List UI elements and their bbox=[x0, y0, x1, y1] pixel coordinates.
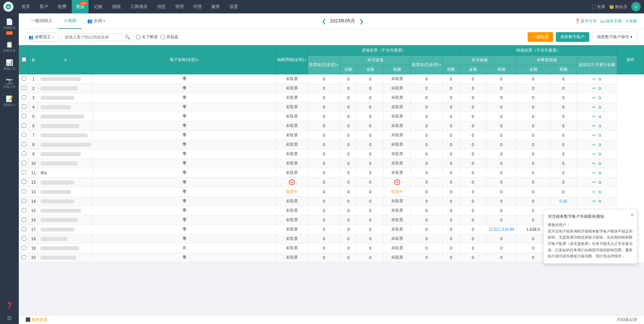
edit-icon[interactable]: ✏ bbox=[592, 199, 596, 204]
copy-icon[interactable]: ⧉ bbox=[598, 199, 601, 204]
row-client-name[interactable] bbox=[38, 215, 93, 225]
row-checkbox[interactable] bbox=[19, 121, 29, 131]
copy-icon[interactable]: ⧉ bbox=[598, 190, 601, 194]
row-checkbox-input[interactable] bbox=[22, 180, 26, 184]
nav-settings[interactable]: 设置 bbox=[225, 0, 242, 13]
row-client-name[interactable] bbox=[38, 206, 93, 215]
tax-digital-button[interactable]: 税务数字账户 bbox=[556, 32, 589, 42]
search-button[interactable]: 🔍 bbox=[122, 33, 133, 41]
copy-icon[interactable]: ⧉ bbox=[598, 180, 601, 185]
new-guide-link[interactable]: ❓ 新手引导 bbox=[575, 18, 597, 24]
nav-home[interactable]: 首页 bbox=[17, 0, 34, 13]
edit-icon[interactable]: ✏ bbox=[592, 180, 596, 185]
row-checkbox[interactable] bbox=[19, 159, 29, 168]
row-checkbox-input[interactable] bbox=[22, 142, 26, 146]
checkbox-subaccount-input[interactable] bbox=[136, 35, 141, 39]
checkbox-taxdisk-input[interactable] bbox=[161, 35, 165, 39]
edit-icon[interactable]: ✏ bbox=[592, 152, 596, 156]
row-checkbox[interactable] bbox=[19, 140, 29, 149]
row-checkbox[interactable] bbox=[19, 197, 29, 206]
row-client-name[interactable] bbox=[38, 159, 93, 168]
edit-icon[interactable]: ✏ bbox=[592, 86, 596, 91]
row-client-name[interactable] bbox=[38, 121, 93, 131]
copy-icon[interactable]: ⧉ bbox=[598, 86, 601, 91]
row-checkbox-input[interactable] bbox=[22, 217, 26, 222]
row-checkbox-input[interactable] bbox=[22, 236, 26, 241]
row-client-name[interactable] bbox=[38, 197, 93, 206]
fullscreen-link[interactable]: ⛶ 全屏 bbox=[592, 4, 605, 10]
tab-general-taxpayer[interactable]: 一般纳税人 bbox=[25, 13, 58, 29]
row-client-name[interactable] bbox=[38, 187, 93, 197]
nav-tax[interactable]: 报税 bbox=[108, 0, 125, 13]
nav-business[interactable]: 工商项目 bbox=[126, 0, 152, 13]
row-checkbox-input[interactable] bbox=[22, 208, 26, 212]
sidebar-item-help[interactable]: ❓ bbox=[0, 300, 19, 311]
row-checkbox-input[interactable] bbox=[22, 161, 26, 165]
row-checkbox-input[interactable] bbox=[22, 255, 26, 259]
row-checkbox[interactable] bbox=[19, 253, 29, 262]
row-checkbox[interactable] bbox=[19, 244, 29, 253]
copy-icon[interactable]: ⧉ bbox=[598, 124, 601, 128]
edit-icon[interactable]: ✏ bbox=[592, 105, 596, 110]
row-checkbox-input[interactable] bbox=[22, 170, 26, 175]
nav-client[interactable]: 客户 bbox=[36, 0, 52, 13]
sidebar-item-settings[interactable]: ⚙ bbox=[0, 313, 19, 324]
row-checkbox-input[interactable] bbox=[22, 133, 26, 137]
row-checkbox[interactable] bbox=[19, 215, 29, 225]
row-client-name[interactable] bbox=[38, 74, 93, 84]
manual-link[interactable]: 📖 操作手册 bbox=[600, 18, 622, 24]
row-checkbox-input[interactable] bbox=[22, 189, 26, 194]
edit-icon[interactable]: ✏ bbox=[592, 142, 596, 147]
edit-icon[interactable]: ✏ bbox=[592, 171, 596, 175]
date-next-button[interactable]: ❯ bbox=[359, 18, 364, 24]
edit-icon[interactable]: ✏ bbox=[592, 161, 596, 166]
nav-service[interactable]: 服务 bbox=[207, 0, 224, 13]
row-client-name[interactable] bbox=[38, 84, 93, 93]
row-client-name[interactable] bbox=[38, 234, 93, 244]
row-client-name[interactable]: tEa bbox=[38, 168, 93, 178]
edit-icon[interactable]: ✏ bbox=[592, 77, 596, 81]
row-client-name[interactable] bbox=[38, 253, 93, 262]
row-checkbox[interactable] bbox=[19, 187, 29, 197]
sidebar-item-invoice[interactable]: 📋 发票开具 bbox=[0, 39, 19, 56]
row-checkbox-input[interactable] bbox=[22, 199, 26, 203]
employee-select[interactable]: 👥 全部员工 ▾ bbox=[25, 33, 59, 42]
edit-icon[interactable]: ✏ bbox=[592, 190, 596, 194]
nav-manage[interactable]: 管理 bbox=[171, 0, 188, 13]
row-client-name[interactable] bbox=[38, 225, 93, 234]
row-checkbox[interactable] bbox=[19, 112, 29, 121]
row-checkbox[interactable] bbox=[19, 178, 29, 187]
row-checkbox-input[interactable] bbox=[22, 95, 26, 100]
row-checkbox-input[interactable] bbox=[22, 151, 26, 156]
row-checkbox-input[interactable] bbox=[22, 105, 26, 109]
tax-policy-link[interactable]: ⬛ 税务政策 bbox=[25, 317, 48, 323]
copy-icon[interactable]: ⧉ bbox=[598, 133, 601, 138]
row-client-name[interactable] bbox=[38, 244, 93, 253]
row-client-name[interactable] bbox=[38, 93, 93, 103]
edit-icon[interactable]: ✏ bbox=[592, 124, 596, 128]
copy-icon[interactable]: ⧉ bbox=[598, 152, 601, 156]
row-client-name[interactable] bbox=[38, 140, 93, 149]
notification-close-button[interactable]: ✕ bbox=[630, 211, 634, 219]
nav-ticket[interactable]: 票据 new bbox=[72, 0, 89, 13]
checkbox-taxdisk[interactable]: 有税盘 bbox=[161, 34, 178, 40]
row-client-name[interactable] bbox=[38, 131, 93, 140]
tab-small-scale[interactable]: 小规模 bbox=[58, 13, 82, 29]
copy-icon[interactable]: ⧉ bbox=[598, 105, 601, 110]
row-checkbox-input[interactable] bbox=[22, 227, 26, 231]
date-prev-button[interactable]: ❮ bbox=[322, 18, 326, 24]
edit-icon[interactable]: ✏ bbox=[592, 133, 596, 138]
sidebar-item-scan[interactable]: 📷 扫描上传 bbox=[0, 75, 19, 92]
copy-icon[interactable]: ⧉ bbox=[598, 142, 601, 147]
row-checkbox[interactable] bbox=[19, 206, 29, 215]
quick-ticket-button[interactable]: 一键取票 bbox=[528, 32, 553, 42]
search-input[interactable] bbox=[62, 33, 122, 41]
copy-icon[interactable]: ⧉ bbox=[598, 161, 601, 166]
sidebar-item-entry[interactable]: 📝 票据录入 bbox=[0, 93, 19, 110]
row-checkbox-input[interactable] bbox=[22, 246, 26, 250]
nav-message[interactable]: 消息 bbox=[153, 0, 170, 13]
row-checkbox[interactable] bbox=[19, 234, 29, 244]
row-client-name[interactable] bbox=[38, 112, 93, 121]
edit-icon[interactable]: ✏ bbox=[592, 95, 596, 100]
row-client-name[interactable] bbox=[38, 178, 93, 187]
